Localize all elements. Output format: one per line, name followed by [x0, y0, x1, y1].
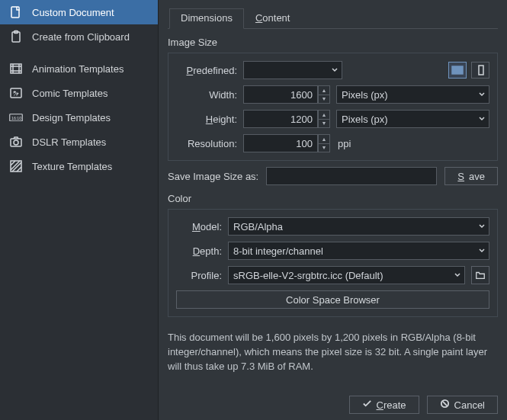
sidebar-label: Custom Document	[32, 7, 114, 18]
cancel-button[interactable]: Cancel	[427, 396, 498, 414]
create-button[interactable]: Create	[349, 396, 419, 414]
width-spinner[interactable]: ▲▼	[318, 85, 330, 104]
depth-dropdown[interactable]: 8-bit integer/channel	[228, 242, 489, 260]
profile-label: Profile:	[176, 270, 222, 281]
chevron-down-icon	[478, 114, 486, 125]
comic-icon: ?!	[9, 86, 23, 100]
orientation-landscape-button[interactable]	[448, 62, 467, 79]
depth-row: Depth: 8-bit integer/channel	[176, 242, 489, 260]
width-spinbox[interactable]: ▲▼	[243, 85, 330, 104]
sidebar-item-design-templates[interactable]: 16:10 Design Templates	[0, 105, 158, 130]
predefined-row: Predefined:	[176, 61, 489, 79]
footer: Create Cancel	[168, 388, 498, 414]
sidebar-label: Texture Templates	[32, 161, 112, 172]
width-unit-dropdown[interactable]: Pixels (px)	[336, 85, 489, 104]
save-size-input[interactable]	[266, 167, 437, 185]
texture-icon	[9, 159, 23, 173]
sidebar-label: Animation Templates	[32, 63, 124, 75]
save-size-label: Save Image Size as:	[168, 171, 258, 182]
sidebar-item-texture-templates[interactable]: Texture Templates	[0, 154, 158, 178]
sidebar-label: DSLR Templates	[32, 136, 106, 148]
chevron-down-icon	[478, 245, 486, 257]
chevron-down-icon	[478, 89, 486, 101]
profile-dropdown[interactable]: sRGB-elle-V2-srgbtrc.icc (Default)	[228, 266, 465, 284]
resolution-spinbox[interactable]: ▲▼	[243, 134, 330, 152]
save-size-row: Save Image Size as: Save	[168, 167, 498, 185]
sidebar-label: Design Templates	[32, 112, 111, 123]
depth-label: Depth:	[176, 245, 222, 257]
clipboard-icon	[9, 30, 23, 43]
ratio-icon: 16:10	[9, 111, 23, 124]
document-icon	[9, 5, 23, 19]
model-value: RGB/Alpha	[233, 221, 283, 232]
sidebar-label: Comic Templates	[32, 88, 107, 99]
cancel-icon	[440, 399, 450, 411]
height-input[interactable]	[243, 110, 318, 128]
sidebar-item-dslr-templates[interactable]: DSLR Templates	[0, 130, 158, 154]
height-label: Height:	[176, 114, 237, 125]
model-label: Model:	[176, 221, 222, 232]
tab-content[interactable]: Content	[244, 8, 302, 29]
camera-icon	[9, 135, 23, 149]
tab-label: Content	[255, 12, 290, 24]
image-size-section: Image Size Predefined:	[168, 37, 498, 161]
svg-text:?!: ?!	[13, 91, 18, 97]
color-section: Color Model: RGB/Alpha Depth: 8-bit inte…	[168, 193, 498, 317]
width-input[interactable]	[243, 85, 318, 104]
sidebar: Custom Document Create from Clipboard An…	[0, 0, 159, 420]
color-space-browser-label: Color Space Browser	[286, 294, 380, 306]
profile-value: sRGB-elle-V2-srgbtrc.icc (Default)	[233, 270, 383, 281]
chevron-down-icon	[331, 65, 339, 76]
svg-rect-10	[11, 161, 21, 172]
width-row: Width: ▲▼ Pixels (px)	[176, 85, 489, 104]
height-spinner[interactable]: ▲▼	[318, 110, 330, 128]
predefined-dropdown[interactable]	[243, 61, 342, 79]
profile-open-button[interactable]	[471, 266, 489, 284]
orientation-portrait-button[interactable]	[471, 62, 489, 79]
height-spinbox[interactable]: ▲▼	[243, 110, 330, 128]
resolution-row: Resolution: ▲▼ ppi	[176, 134, 489, 152]
height-unit-value: Pixels (px)	[342, 114, 388, 125]
info-text: This document will be 1,600 pixels by 1,…	[168, 331, 498, 374]
svg-rect-11	[452, 66, 463, 74]
color-title: Color	[168, 193, 498, 204]
predefined-label: Predefined:	[176, 65, 237, 76]
resolution-input[interactable]	[243, 134, 318, 152]
height-row: Height: ▲▼ Pixels (px)	[176, 110, 489, 128]
main-panel: Dimensions Content Image Size Predefined…	[159, 0, 507, 420]
chevron-down-icon	[454, 270, 461, 281]
width-unit-value: Pixels (px)	[342, 89, 388, 101]
image-size-title: Image Size	[168, 37, 498, 48]
svg-rect-3	[11, 64, 21, 73]
svg-text:16:10: 16:10	[11, 115, 21, 120]
tab-dimensions[interactable]: Dimensions	[169, 8, 244, 29]
resolution-spinner[interactable]: ▲▼	[318, 134, 330, 152]
tabs: Dimensions Content	[168, 8, 498, 29]
tab-label: Dimensions	[181, 12, 233, 24]
svg-rect-12	[479, 66, 483, 75]
profile-row: Profile: sRGB-elle-V2-srgbtrc.icc (Defau…	[176, 266, 489, 284]
model-row: Model: RGB/Alpha	[176, 217, 489, 236]
sidebar-label: Create from Clipboard	[32, 31, 130, 43]
sidebar-item-comic-templates[interactable]: ?! Comic Templates	[0, 81, 158, 105]
resolution-label: Resolution:	[176, 138, 237, 149]
check-icon	[362, 399, 372, 411]
save-button[interactable]: Save	[444, 167, 498, 185]
sidebar-divider	[0, 49, 158, 56]
svg-rect-0	[11, 7, 19, 18]
sidebar-item-animation-templates[interactable]: Animation Templates	[0, 56, 158, 81]
height-unit-dropdown[interactable]: Pixels (px)	[336, 110, 489, 128]
svg-point-9	[14, 140, 18, 145]
resolution-unit: ppi	[336, 138, 351, 149]
chevron-down-icon	[478, 221, 486, 232]
depth-value: 8-bit integer/channel	[233, 245, 323, 257]
film-icon	[9, 62, 23, 75]
model-dropdown[interactable]: RGB/Alpha	[228, 217, 489, 236]
color-space-browser-button[interactable]: Color Space Browser	[176, 290, 489, 309]
width-label: Width:	[176, 89, 237, 101]
sidebar-item-custom-document[interactable]: Custom Document	[0, 0, 158, 24]
sidebar-item-clipboard[interactable]: Create from Clipboard	[0, 24, 158, 49]
